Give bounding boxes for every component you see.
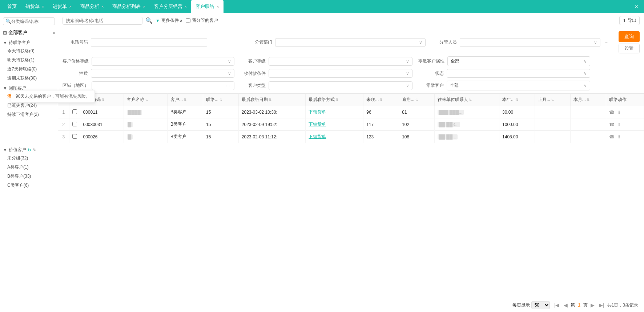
row-select-checkbox[interactable] (72, 109, 77, 114)
col-overdue[interactable]: 逾期...⇅ (399, 94, 435, 106)
filter-dept-select[interactable]: ∨ (275, 38, 425, 47)
filter-zero-attr-label: 零散客户属性 (418, 58, 444, 64)
col-contact[interactable]: 联络...⇅ (203, 94, 238, 106)
filter-person-select[interactable]: ∨ (460, 38, 600, 47)
edit-icon[interactable]: ✎ (33, 147, 36, 153)
filter-nature-select[interactable]: ∨ (91, 69, 234, 78)
col-this-month[interactable]: 本月...⇅ (570, 94, 606, 106)
tooltip-churn: 90天未交易的客户，可能有流失风险。 (11, 90, 58, 103)
more-icon[interactable]: ··· (225, 83, 231, 88)
refresh-icon[interactable]: ↻ (28, 147, 31, 153)
search-input-wrap[interactable] (63, 17, 142, 25)
close-icon[interactable]: × (101, 4, 104, 9)
sidebar-item-overdue-contact[interactable]: 逾期未联络(30) (0, 74, 58, 83)
sidebar-item-unclassified[interactable]: 未分组(32) (0, 154, 58, 163)
sidebar-item-c-class[interactable]: C类客户(6) (0, 181, 58, 190)
filter-zero-customer-select[interactable]: 全部 ∨ (447, 81, 590, 90)
col-customer-name[interactable]: 客户名称⇅ (124, 94, 167, 106)
sidebar-search-input[interactable] (11, 19, 52, 24)
col-no-contact[interactable]: 未联...⇅ (363, 94, 399, 106)
filter-customer-grade-select[interactable]: ∨ (269, 57, 412, 66)
close-icon[interactable]: × (42, 4, 44, 9)
nav-tab-customer-contact[interactable]: 客户联络 × (191, 0, 223, 13)
more-icon[interactable]: ··· (603, 40, 610, 45)
close-icon[interactable]: × (143, 4, 145, 9)
nav-home[interactable]: 首页 (3, 0, 21, 13)
more-actions-icon[interactable]: ⁞⁞ (617, 110, 620, 115)
filter-price-grade-select[interactable]: ∨ (92, 57, 234, 66)
sidebar-section-pending[interactable]: ▼ 待联络客户 (0, 37, 58, 46)
col-last-contact-method[interactable]: 最后联络方式⇅ (306, 94, 363, 106)
col-last-month[interactable]: 上月...⇅ (535, 94, 570, 106)
sidebar-item-7days[interactable]: 近7天待联络(0) (0, 65, 58, 74)
chevron-down-icon: ∨ (584, 71, 587, 76)
filter-zero-attr-select[interactable]: 全部 ∨ (447, 56, 590, 66)
filter-phone-input[interactable] (91, 38, 207, 47)
sidebar-item-b-class[interactable]: B类客户(33) (0, 172, 58, 181)
nav-tab-analysis[interactable]: 商品分析 × (76, 0, 108, 13)
chevron-down-icon: ∨ (228, 71, 231, 76)
filter-area-select[interactable]: ··· (92, 81, 234, 90)
sidebar-item-tomorrow[interactable]: 明天待联络(1) (0, 56, 58, 65)
row-action-icons[interactable]: ☎ ⁞⁞ (606, 106, 644, 118)
row-select-checkbox[interactable] (72, 122, 77, 126)
sidebar-item-today[interactable]: 今天待联络(0) (0, 46, 58, 56)
close-icon[interactable]: × (217, 4, 219, 9)
contact-icon[interactable]: ☎ (609, 122, 615, 127)
prev-page-button[interactable]: ◀ (562, 301, 569, 309)
next-page-button[interactable]: ▶ (589, 301, 596, 309)
per-page-selector[interactable]: 每页显示 50 100 200 (512, 301, 550, 309)
contact-icon[interactable]: ☎ (609, 110, 615, 115)
my-customers-checkbox[interactable]: 我分管的客户 (186, 17, 218, 24)
row-last-method[interactable]: 下销货单 (306, 106, 363, 118)
nav-tab-purchase[interactable]: 进货单 × (48, 0, 76, 13)
filter-customer-type-select[interactable]: ∨ (269, 81, 412, 90)
sidebar-section-value[interactable]: ▼ 价值客户 ↻ ✎ (0, 145, 58, 154)
settings-button[interactable]: 设置 (619, 44, 640, 53)
nav-tab-sales[interactable]: 销货单 × (21, 0, 48, 13)
more-actions-icon[interactable]: ⁞⁞ (617, 122, 620, 127)
row-this-year: 1408.00 (499, 131, 535, 143)
filter-status-select[interactable]: ∨ (447, 69, 590, 78)
row-overdue: 81 (399, 106, 435, 118)
row-checkbox[interactable] (69, 131, 80, 143)
search-button[interactable]: 🔍 (145, 17, 153, 24)
row-related-contact: ███ ███... (435, 106, 499, 118)
filter-payment-select[interactable]: ∨ (269, 69, 412, 78)
row-code: 000026 (80, 131, 124, 143)
row-last-method[interactable]: 下销货单 (306, 131, 363, 143)
col-customer-type[interactable]: 客户...⇅ (168, 94, 203, 106)
sort-icon: ⇅ (219, 98, 222, 102)
sidebar-item-a-class[interactable]: A类客户(1) (0, 163, 58, 172)
my-customers-check[interactable] (186, 18, 190, 23)
row-checkbox[interactable] (69, 106, 80, 118)
close-icon[interactable]: × (185, 4, 187, 9)
close-all-button[interactable]: × (632, 2, 641, 11)
more-actions-icon[interactable]: ⁞⁞ (617, 134, 620, 139)
row-action-icons[interactable]: ☎ ⁞⁞ (606, 131, 644, 143)
col-last-contact-date[interactable]: 最后联络日期⇅ (238, 94, 306, 106)
first-page-button[interactable]: |◀ (553, 301, 561, 309)
row-select-checkbox[interactable] (72, 134, 77, 139)
sidebar-all-customers[interactable]: ⊞ 全部客户 « (0, 28, 58, 37)
row-action-icons[interactable]: ☎ ⁞⁞ (606, 118, 644, 131)
nav-tab-analysis-list[interactable]: 商品分析列表 × (108, 0, 149, 13)
last-page-button[interactable]: ▶| (597, 301, 606, 309)
row-last-method[interactable]: 下销货单 (306, 118, 363, 131)
main-layout: 🔍 ⊞ 全部客户 « ▼ 待联络客户 今天待联络(0) 明天待联络(1) 近7天… (0, 13, 644, 312)
row-checkbox[interactable] (69, 118, 80, 131)
more-conditions-button[interactable]: ▼ 更多条件 ∧ (156, 17, 183, 24)
contact-icon[interactable]: ☎ (609, 134, 615, 139)
sidebar-search[interactable]: 🔍 (3, 17, 55, 25)
export-button[interactable]: ⬆ 导出 (619, 16, 640, 25)
query-button[interactable]: 查询 (619, 31, 640, 42)
col-this-year[interactable]: 本年...⇅ (499, 94, 535, 106)
close-icon[interactable]: × (69, 4, 71, 9)
per-page-select[interactable]: 50 100 200 (531, 301, 550, 309)
nav-tab-customer-tier[interactable]: 客户分层经营 × (150, 0, 191, 13)
search-input[interactable] (66, 18, 139, 23)
col-related-contact[interactable]: 往来单位联系人⇅ (435, 94, 499, 106)
filter-person-label: 分管人员 (431, 39, 457, 45)
filter-dept: 分管部门 ∨ (247, 38, 425, 47)
sidebar-item-declining[interactable]: 持续下滑客户(2) (0, 110, 58, 119)
